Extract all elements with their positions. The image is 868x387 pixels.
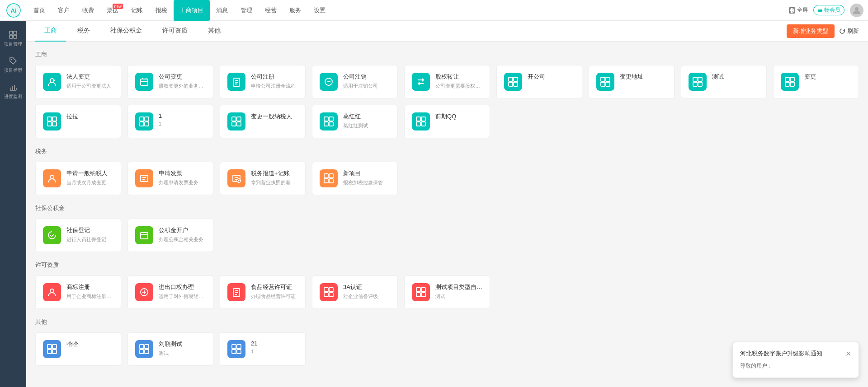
nav-tickets[interactable]: 票据 new	[100, 0, 125, 21]
notification-close-button[interactable]: ✕	[845, 350, 851, 358]
tab-license[interactable]: 许可资质	[153, 21, 197, 42]
nav-tax[interactable]: 报税	[149, 0, 174, 21]
trademark-desc: 用于企业商标注册服务	[66, 293, 113, 300]
card-haha[interactable]: 哈哈	[35, 332, 121, 366]
tabs-right-actions: 新增业务类型 刷新	[787, 24, 859, 38]
open-company-info: 开公司	[528, 73, 575, 83]
svg-rect-11	[141, 79, 148, 85]
svg-rect-33	[52, 122, 57, 126]
card-early-qq[interactable]: 前期QQ	[404, 105, 490, 138]
card-company-register[interactable]: 公司注册 申请公司注册全流程	[220, 65, 306, 98]
card-food-license[interactable]: 食品经营许可证 办理食品经营许可证	[220, 275, 306, 309]
test-define-desc: 测试	[435, 293, 482, 300]
nav-operations[interactable]: 经营	[259, 0, 283, 21]
change-taxpayer-title: 变更一般纳税人	[251, 112, 298, 121]
svg-rect-51	[141, 175, 148, 182]
svg-point-4	[855, 7, 859, 11]
card-apply-taxpayer[interactable]: 申请一般纳税人 当月或次月成变更完成	[35, 162, 121, 195]
fullscreen-button[interactable]: 全屏	[789, 6, 808, 14]
sidebar-item-project-type[interactable]: 项目类型	[0, 51, 26, 78]
tab-tax[interactable]: 税务	[68, 21, 99, 42]
card-lala[interactable]: 拉拉	[35, 105, 121, 138]
import-export-icon	[135, 283, 153, 301]
notification-header: 河北税务数字账户升级影响通知 ✕	[740, 350, 851, 358]
svg-rect-18	[601, 77, 605, 81]
lala-icon	[43, 112, 61, 131]
card-gehonghong[interactable]: 葛红红 葛红红测试	[312, 105, 398, 138]
svg-rect-56	[324, 179, 328, 183]
3a-cert-info: 3A认证 对企业信誉评级	[343, 283, 390, 300]
new-type-button[interactable]: 新增业务类型	[787, 24, 835, 38]
card-open-company[interactable]: 开公司	[496, 65, 582, 98]
nav-bookkeeping[interactable]: 记账	[125, 0, 149, 21]
card-import-export[interactable]: 进出口权办理 适用于对外贸易经营者	[127, 275, 213, 309]
test-define-title: 测试项目类型自定义	[435, 283, 482, 291]
early-qq-info: 前期QQ	[435, 112, 482, 122]
card-social-register[interactable]: 社保登记 进行人员社保登记	[35, 219, 121, 252]
apply-taxpayer-title: 申请一般纳税人	[66, 169, 113, 177]
chart-icon	[8, 82, 18, 92]
haha-icon	[43, 340, 61, 358]
liupeng-test-icon	[135, 340, 153, 358]
fund-account-desc: 办理公积金相关业务	[159, 236, 206, 243]
nav-settings[interactable]: 设置	[307, 0, 332, 21]
svg-rect-62	[324, 288, 328, 292]
svg-rect-45	[329, 122, 333, 126]
card-change-taxpayer[interactable]: 变更一般纳税人	[220, 105, 306, 138]
change-taxpayer-icon	[227, 112, 245, 131]
card-test[interactable]: 测试	[681, 65, 767, 98]
card-change-address[interactable]: 变更地址	[589, 65, 675, 98]
nav-message[interactable]: 消息	[210, 0, 234, 21]
refresh-button[interactable]: 刷新	[839, 27, 859, 35]
tab-industrial[interactable]: 工商	[35, 21, 66, 42]
tab-other[interactable]: 其他	[199, 21, 230, 42]
card-tax-report[interactable]: 税务报道+记账 拿到营业执照的新公司	[220, 162, 306, 195]
card-item21[interactable]: 21 1	[220, 332, 306, 366]
card-fund-account[interactable]: 公积金开户 办理公积金相关业务	[127, 219, 213, 252]
trademark-info: 商标注册 用于企业商标注册服务	[66, 283, 113, 300]
vip-button[interactable]: 畅会员	[813, 5, 844, 15]
svg-rect-16	[509, 82, 513, 86]
nav-admin[interactable]: 管理	[234, 0, 259, 21]
card-liupeng-test[interactable]: 刘鹏测试 测试	[127, 332, 213, 366]
equity-transfer-desc: 公司变更需要股权转让	[435, 83, 482, 89]
svg-rect-70	[47, 345, 52, 349]
sidebar-item-progress[interactable]: 进度监测	[0, 78, 26, 104]
svg-rect-23	[698, 77, 702, 81]
card-legal-change[interactable]: 法人变更 适用于公司变更法人	[35, 65, 121, 98]
card-equity-transfer[interactable]: 股权转让 公司变更需要股权转让	[404, 65, 490, 98]
tab-social[interactable]: 社保公积金	[101, 21, 151, 42]
card-new-project[interactable]: 新项目 报税加税控盘保管	[312, 162, 398, 195]
gehonghong-desc: 葛红红测试	[343, 122, 390, 129]
svg-rect-39	[237, 117, 241, 121]
tax-report-info: 税务报道+记账 拿到营业执照的新公司	[251, 169, 298, 186]
nav-billing[interactable]: 收费	[76, 0, 100, 21]
svg-rect-22	[693, 77, 697, 81]
card-item1[interactable]: 1 1	[127, 105, 213, 138]
food-license-icon	[227, 283, 245, 301]
card-apply-invoice[interactable]: 申请发票 办理申请发票业务	[127, 162, 213, 195]
card-3a-cert[interactable]: 3A认证 对企业信誉评级	[312, 275, 398, 309]
card-change[interactable]: 变更	[773, 65, 859, 98]
card-company-change[interactable]: 公司变更 股权变更外的业务变更	[127, 65, 213, 98]
user-avatar[interactable]	[850, 4, 863, 17]
nav-industrial[interactable]: 工商项目	[174, 0, 210, 21]
notification-title: 河北税务数字账户升级影响通知	[740, 350, 822, 358]
nav-service[interactable]: 服务	[283, 0, 307, 21]
card-company-cancel[interactable]: 公司注销 适用于注销公司	[312, 65, 398, 98]
sidebar-item-project-mgmt[interactable]: 项目管理	[0, 25, 26, 51]
svg-rect-29	[790, 82, 794, 86]
app-logo[interactable]: Ai	[5, 1, 23, 19]
nav-home[interactable]: 首页	[27, 0, 52, 21]
company-change-info: 公司变更 股权变更外的业务变更	[159, 73, 206, 89]
tax-report-title: 税务报道+记账	[251, 169, 298, 177]
card-trademark[interactable]: 商标注册 用于企业商标注册服务	[35, 275, 121, 309]
svg-rect-21	[606, 82, 610, 86]
item1-desc: 1	[159, 121, 206, 126]
section-social: 社保公积金 社保登记 进行人员社保登记 公积金开户	[35, 204, 859, 252]
new-project-title: 新项目	[343, 169, 390, 177]
legal-change-title: 法人变更	[66, 73, 113, 81]
card-test-define[interactable]: 测试项目类型自定义 测试	[404, 275, 490, 309]
nav-customer[interactable]: 客户	[52, 0, 76, 21]
3a-cert-icon	[320, 283, 338, 301]
